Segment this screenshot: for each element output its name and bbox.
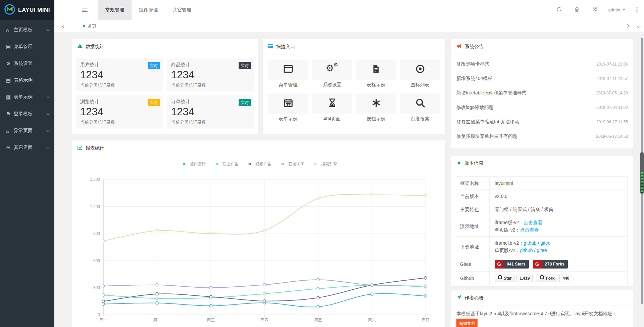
top-nav: 常规管理组件管理其它管理 [98, 0, 199, 20]
svg-text:周一: 周一 [99, 318, 107, 322]
quick-entry-item[interactable]: 菜单管理 [268, 59, 308, 88]
sidebar-item[interactable]: ▦ 表单示例 [0, 89, 54, 106]
notice-text: 修复多模块菜单栏展开有问题 [456, 133, 517, 139]
window-icon: ▣ [6, 44, 14, 50]
top-nav-tab[interactable]: 其它管理 [165, 0, 199, 20]
sidebar-item[interactable]: ✳ 其它界面 [0, 139, 54, 156]
quick-entry-label: 菜单管理 [268, 82, 308, 88]
panel-notice: 系统公告 修改选项卡样式 2019-07-11 23:06 新增系统404模板 … [451, 39, 633, 149]
tab-scroll-right-button[interactable] [622, 20, 633, 32]
svg-text:周三: 周三 [207, 318, 215, 322]
gitee-badge[interactable]: G941 Stars [495, 260, 529, 269]
tab-operations-button[interactable] [633, 20, 644, 32]
quick-entry-item[interactable]: 图标列表 [400, 59, 440, 88]
collapse-menu-icon[interactable] [75, 0, 94, 20]
chevron-left-icon [62, 24, 66, 28]
legend-marker-icon [279, 164, 286, 164]
more-options-button[interactable] [630, 0, 644, 20]
version-row-label: Gitee [456, 257, 490, 272]
github-star-button[interactable]: Star [495, 275, 514, 282]
version-row: 下载地址iframe版-v2：github / gitee单页版-v2：gith… [456, 237, 628, 257]
stat-desc: 当前分类总记录数 [171, 82, 250, 88]
chevron-down-icon [46, 112, 50, 115]
chart-legend-item[interactable]: 邮件营销 [180, 161, 206, 167]
notice-item[interactable]: 新增treetable插件和菜单管理样式 2019-07-05 14:28 [456, 86, 628, 100]
github-icon [498, 275, 502, 282]
clear-cache-button[interactable] [568, 0, 586, 20]
github-fork-button[interactable]: Fork [537, 275, 557, 282]
version-link[interactable]: 点击查看 [520, 227, 539, 233]
notice-text: 修改logo缩放问题 [456, 105, 493, 111]
sidebar-item[interactable]: ⚑ 登录模板 [0, 106, 54, 122]
notice-item[interactable]: 修复多模块菜单栏展开有问题 2019-06-13 14:53 [456, 129, 628, 144]
sidebar-item[interactable]: ⌂ 异常页面 [0, 122, 54, 139]
line-chart-icon [77, 145, 83, 151]
sidebar-item[interactable]: ▤ 表格示例 [0, 72, 54, 89]
sidebar-item[interactable]: ⌂ 主页模板 [0, 22, 54, 38]
chart-legend-item[interactable]: 视频广告 [246, 161, 271, 167]
github-count[interactable]: 440 [559, 275, 572, 282]
scrollbar-grip[interactable] [640, 152, 644, 194]
top-nav-tab[interactable]: 常规管理 [98, 0, 132, 20]
fullscreen-icon [592, 7, 597, 13]
notice-item[interactable]: 修复左侧菜单缩放tab无法移动 2019-06-17 11:55 [456, 115, 628, 129]
quick-entry-item[interactable]: ⚙⚙ 系统设置 [312, 59, 352, 88]
notice-item[interactable]: 新增系统404模板 2019-07-11 12:57 [456, 71, 628, 86]
logo[interactable]: LAYUI MINI [0, 0, 54, 20]
quick-entry-item[interactable]: 404页面 [312, 93, 352, 122]
stat-desc: 当前分类总记录数 [171, 119, 250, 125]
version-link[interactable]: github [520, 248, 533, 253]
version-row-value: layuimini [490, 177, 628, 190]
calendar-icon: ▦ [6, 94, 14, 100]
notice-item[interactable]: 修改选项卡样式 2019-07-11 23:06 [456, 57, 628, 71]
version-link[interactable]: 点击查看 [524, 220, 542, 225]
sidebar-item[interactable]: ⚙ 系统设置 [0, 55, 54, 72]
layui-doc-badge[interactable]: layui文档 [456, 319, 478, 327]
top-header: 常规管理组件管理其它管理 [54, 0, 644, 20]
version-link[interactable]: github [524, 240, 536, 246]
page-tab[interactable]: 首页 [74, 20, 105, 32]
top-nav-tab[interactable]: 组件管理 [132, 0, 165, 20]
chart-legend: 邮件营销 联盟广告 视频广告 直接访问 搜索引擎 [72, 161, 445, 167]
notice-item[interactable]: 修改logo缩放问题 2019-07-04 11:02 [456, 100, 628, 115]
tab-scroll-left-button[interactable] [54, 20, 74, 32]
refresh-button[interactable] [550, 0, 568, 20]
quick-entry-label: 系统设置 [312, 82, 352, 88]
sidebar-item-label: 表格示例 [14, 77, 46, 83]
chart-legend-item[interactable]: 直接访问 [279, 161, 304, 167]
chevron-down-icon [46, 95, 50, 98]
sidebar-item[interactable]: ▣ 菜单管理 [0, 38, 54, 55]
panel-author: 作者心语 本模板基于layui2.5.4以及font-awesome-4.7.0… [451, 290, 633, 327]
user-dropdown[interactable]: admin [604, 0, 630, 20]
sidebar-item-label: 表单示例 [14, 94, 46, 100]
quick-entry-item[interactable]: 表单示例 [268, 93, 308, 122]
gitee-badge[interactable]: G278 Forks [533, 260, 568, 269]
quick-entry-item[interactable]: 按钮示例 [356, 93, 396, 122]
sidebar-menu: ⌂ 主页模板 ▣ 菜单管理 ⚙ 系统设置 ▤ 表格示例 ▦ 表单示例 ⚑ 登录模… [0, 22, 54, 156]
stat-title: 商品统计 [171, 62, 250, 68]
quick-entry-item[interactable]: 百度搜索 [400, 93, 440, 122]
chart-legend-item[interactable]: 联盟广告 [213, 161, 239, 167]
version-link[interactable]: gitee [540, 240, 550, 246]
app-window: LAYUI MINI ⌂ 主页模板 ▣ 菜单管理 ⚙ 系统设置 ▤ 表格示例 ▦… [0, 0, 644, 327]
version-link[interactable]: gitee [537, 248, 547, 253]
version-row-value: Star1,419Fork440 [490, 272, 628, 285]
sidebar-item-label: 主页模板 [14, 27, 46, 33]
version-row-label: 演示地址 [456, 216, 490, 237]
file-icon: ▤ [6, 77, 14, 83]
github-count[interactable]: 1,419 [516, 275, 533, 282]
quick-entry-item[interactable]: 表格示例 [356, 59, 396, 88]
svg-text:周五: 周五 [314, 318, 322, 322]
home-icon: ⌂ [6, 128, 14, 134]
fullscreen-button[interactable] [586, 0, 604, 20]
panel-title: 报表统计 [86, 145, 104, 151]
realtime-badge: 实时 [239, 99, 251, 106]
legend-label: 视频广告 [255, 161, 271, 167]
panel-title: 版本信息 [464, 160, 483, 166]
panel-title: 快捷入口 [276, 44, 295, 50]
quick-entry-label: 按钮示例 [356, 116, 396, 122]
notice-date: 2019-07-11 12:57 [596, 76, 628, 81]
version-row-value: v2.0.0 [490, 190, 628, 203]
version-row-value: 零门槛 / 响应式 / 清爽 / 极简 [490, 203, 628, 216]
chart-legend-item[interactable]: 搜索引擎 [312, 161, 337, 167]
